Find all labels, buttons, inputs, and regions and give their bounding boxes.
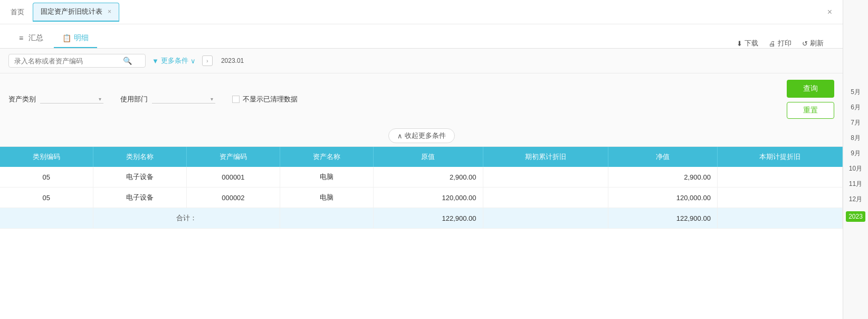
- cell-asset-code: 000002: [186, 187, 280, 208]
- category-select-arrow: ▾: [99, 96, 101, 102]
- total-current-dep: [717, 208, 842, 229]
- tab-detail-label: 明细: [74, 33, 89, 43]
- filter-hide-cleared: 不显示已清理数据: [232, 95, 298, 104]
- table-header-row: 类别编码 类别名称 资产编码 资产名称 原值 期初累计折旧 净值 本期计提折旧: [0, 147, 843, 167]
- cell-net-value: 2,900.00: [608, 167, 717, 187]
- top-nav: 首页 固定资产折旧统计表 × ×: [0, 0, 843, 24]
- cell-current-dep: [717, 187, 842, 208]
- table-row[interactable]: 05 电子设备 000001 电脑 2,900.00 2,900.00: [0, 167, 843, 187]
- filter-category: 资产类别 ▾: [8, 95, 103, 104]
- reset-button[interactable]: 重置: [787, 102, 834, 119]
- cell-accum-dep: [483, 187, 608, 208]
- cell-original: 120,000.00: [374, 187, 483, 208]
- refresh-label: 刷新: [810, 39, 824, 48]
- print-button[interactable]: 🖨 打印: [769, 39, 791, 48]
- sidebar-month-item[interactable]: 6月: [847, 100, 864, 115]
- sidebar-month-item[interactable]: 10月: [847, 161, 864, 176]
- search-icon: 🔍: [123, 57, 132, 65]
- search-input[interactable]: [14, 57, 120, 65]
- data-table-wrap: 类别编码 类别名称 资产编码 资产名称 原值 期初累计折旧 净值 本期计提折旧 …: [0, 147, 843, 319]
- department-select[interactable]: ▾: [152, 95, 215, 104]
- tab-summary[interactable]: ≡ 汇总: [8, 29, 52, 48]
- date-display: 2023.01: [219, 55, 246, 67]
- download-label: 下载: [745, 39, 758, 48]
- more-conditions-arrow: ∨: [190, 57, 196, 65]
- collapse-icon: ∧: [397, 132, 403, 140]
- summary-icon: ≡: [17, 34, 25, 42]
- col-original: 原值: [374, 147, 483, 167]
- col-cat-code: 类别编码: [0, 147, 93, 167]
- sidebar-month-item[interactable]: 12月: [847, 192, 864, 207]
- tab-detail[interactable]: 📋 明细: [54, 29, 97, 48]
- cell-original: 2,900.00: [374, 167, 483, 187]
- tab-summary-label: 汇总: [28, 33, 43, 43]
- print-icon: 🖨: [769, 40, 776, 48]
- collapse-label: 收起更多条件: [405, 131, 446, 140]
- sidebar-month-item[interactable]: 8月: [847, 130, 864, 146]
- total-accum-dep: [483, 208, 608, 229]
- sidebar-month-item[interactable]: 5月: [847, 85, 864, 100]
- cell-asset-code: 000001: [186, 167, 280, 187]
- table-total-row: 合计： 122,900.00 122,900.00: [0, 208, 843, 229]
- cell-net-value: 120,000.00: [608, 187, 717, 208]
- filter-buttons: 查询 重置: [787, 80, 834, 119]
- more-conditions-label: 更多条件: [161, 56, 188, 65]
- total-label: 合计：: [93, 208, 280, 229]
- total-asset-name: [280, 208, 374, 229]
- col-asset-name: 资产名称: [280, 147, 374, 167]
- hide-cleared-checkbox[interactable]: [232, 96, 240, 103]
- cell-current-dep: [717, 167, 842, 187]
- total-original: 122,900.00: [374, 208, 483, 229]
- total-icon-cell: [0, 208, 93, 229]
- cell-accum-dep: [483, 167, 608, 187]
- collapse-sidebar-button[interactable]: ›: [202, 55, 213, 66]
- search-input-wrap[interactable]: 🔍: [8, 54, 146, 68]
- query-button[interactable]: 查询: [787, 80, 834, 98]
- filter-row: 资产类别 ▾ 使用部门 ▾ 不显示已清理数据 查询 重置: [8, 80, 834, 125]
- download-button[interactable]: ⬇ 下载: [737, 39, 758, 48]
- cell-cat-code: 05: [0, 167, 93, 187]
- refresh-button[interactable]: ↺ 刷新: [802, 39, 824, 48]
- nav-home[interactable]: 首页: [6, 7, 28, 17]
- year-badge[interactable]: 2023: [846, 211, 865, 222]
- category-label: 资产类别: [8, 95, 36, 104]
- nav-tab-fixed-assets[interactable]: 固定资产折旧统计表 ×: [33, 3, 119, 22]
- cell-cat-code: 05: [0, 187, 93, 208]
- category-select[interactable]: ▾: [40, 95, 103, 104]
- col-cat-name: 类别名称: [93, 147, 186, 167]
- more-conditions-button[interactable]: ▼ 更多条件 ∨: [152, 56, 196, 65]
- hide-cleared-label: 不显示已清理数据: [243, 95, 298, 104]
- sidebar-month-item[interactable]: 7月: [847, 115, 864, 130]
- cell-asset-name: 电脑: [280, 187, 374, 208]
- download-icon: ⬇: [737, 40, 742, 48]
- cell-asset-name: 电脑: [280, 167, 374, 187]
- search-bar: 🔍 ▼ 更多条件 ∨ › 2023.01: [0, 49, 843, 73]
- cell-cat-name: 电子设备: [93, 187, 186, 208]
- filter-department: 使用部门 ▾: [120, 95, 215, 104]
- col-asset-code: 资产编码: [186, 147, 280, 167]
- window-close-button[interactable]: ×: [823, 7, 836, 17]
- sidebar-month-item[interactable]: 11月: [847, 176, 864, 192]
- tab-bar: ≡ 汇总 📋 明细 ⬇ 下载 🖨 打印 ↺ 刷新: [0, 24, 843, 49]
- refresh-icon: ↺: [802, 40, 808, 48]
- data-table: 类别编码 类别名称 资产编码 资产名称 原值 期初累计折旧 净值 本期计提折旧 …: [0, 147, 843, 229]
- print-label: 打印: [778, 39, 791, 48]
- sidebar-month-item[interactable]: 9月: [847, 146, 864, 161]
- total-net-value: 122,900.00: [608, 208, 717, 229]
- cell-cat-name: 电子设备: [93, 167, 186, 187]
- col-current-dep: 本期计提折旧: [717, 147, 842, 167]
- table-row[interactable]: 05 电子设备 000002 电脑 120,000.00 120,000.00: [0, 187, 843, 208]
- department-label: 使用部门: [120, 95, 148, 104]
- filter-icon: ▼: [152, 57, 159, 65]
- right-sidebar: 5月6月7月8月9月10月11月12月 2023: [843, 0, 868, 319]
- nav-tab-close[interactable]: ×: [108, 8, 111, 15]
- detail-icon: 📋: [62, 34, 71, 42]
- filter-area: 资产类别 ▾ 使用部门 ▾ 不显示已清理数据 查询 重置: [0, 73, 843, 147]
- col-accum-dep: 期初累计折旧: [483, 147, 608, 167]
- department-select-arrow: ▾: [211, 96, 213, 102]
- collapse-more-button[interactable]: ∧ 收起更多条件: [388, 128, 455, 143]
- collapse-more-section: ∧ 收起更多条件: [8, 125, 834, 146]
- col-net-value: 净值: [608, 147, 717, 167]
- nav-tab-label: 固定资产折旧统计表: [41, 7, 102, 16]
